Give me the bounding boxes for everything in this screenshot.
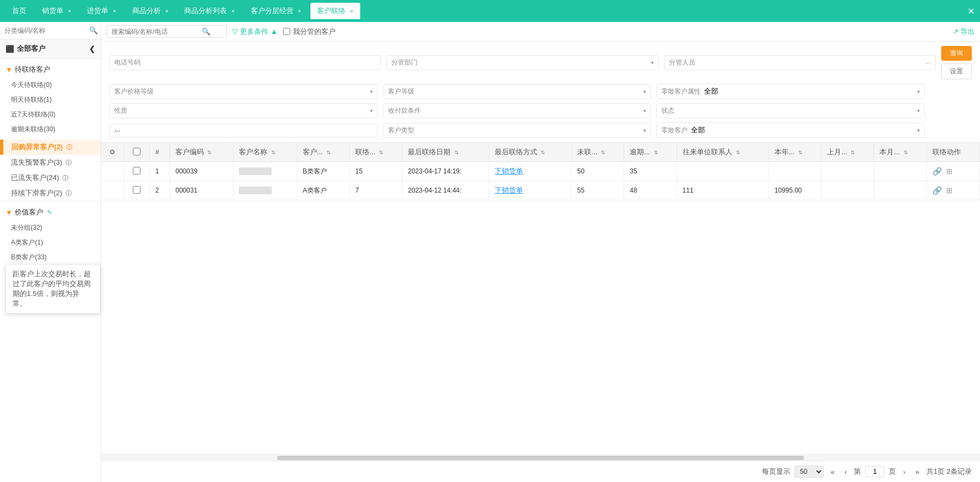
nav-customer-contact-close[interactable]: × (350, 8, 353, 14)
col-unread-sort[interactable]: ⇅ (601, 149, 605, 155)
nav-product-analysis[interactable]: 商品分析 × (126, 3, 175, 19)
col-type[interactable]: 客户... ⇅ (297, 143, 349, 162)
main-search-input[interactable] (112, 28, 199, 36)
export-button[interactable]: ↗ 导出 (953, 27, 975, 37)
col-this-month[interactable]: 本月... ⇅ (874, 143, 926, 162)
col-overdue-sort[interactable]: ⇅ (654, 149, 658, 155)
window-close-button[interactable]: ✕ (967, 6, 975, 16)
col-gear[interactable]: ⚙ (101, 143, 124, 162)
filter-person-dots[interactable]: ··· (925, 59, 931, 67)
first-page-btn[interactable]: « (828, 467, 837, 477)
filter-phone-input[interactable] (144, 59, 376, 67)
nav-home[interactable]: 首页 (5, 3, 33, 19)
filter-person-input[interactable] (699, 59, 925, 67)
sidebar-tomorrow-contact[interactable]: 明天待联络(1) (0, 92, 101, 107)
filter-status-input[interactable] (678, 107, 917, 115)
nav-customer-tier[interactable]: 客户分层经营 × (244, 3, 308, 19)
col-last-date-sort[interactable]: ⇅ (454, 149, 459, 155)
filter-customer-type-arrow[interactable]: ▾ (643, 127, 646, 133)
my-customers-checkbox[interactable] (283, 28, 290, 35)
sidebar-class-a[interactable]: A类客户(1) (0, 235, 101, 250)
filter-dept-input[interactable] (421, 59, 650, 67)
row2-select[interactable] (133, 186, 140, 194)
scrollbar-thumb[interactable] (277, 456, 805, 460)
next-page-btn[interactable]: › (900, 467, 908, 477)
nav-product-analysis-close[interactable]: × (165, 8, 168, 14)
nav-sales-close[interactable]: × (68, 8, 71, 14)
col-company-contact[interactable]: 往来单位联系人 ⇅ (677, 143, 768, 162)
col-overdue[interactable]: 逾期... ⇅ (624, 143, 677, 162)
nav-sales[interactable]: 销货单 × (36, 3, 78, 19)
sidebar-today-contact[interactable]: 今天待联络(0) (0, 78, 101, 92)
nav-product-list-close[interactable]: × (231, 8, 234, 14)
sidebar-churned[interactable]: 已流失客户(24) ⓘ (0, 170, 101, 185)
filter-price-level-input[interactable] (157, 88, 370, 95)
col-last-date[interactable]: 最后联络日期 ⇅ (402, 143, 489, 162)
filter-customer-level-input[interactable] (418, 88, 644, 95)
filter-payment-arrow[interactable]: ▾ (643, 108, 646, 114)
filter-payment-input[interactable] (424, 107, 644, 115)
col-company-contact-sort[interactable]: ⇅ (736, 149, 740, 155)
col-name[interactable]: 客户名称 ⇅ (233, 143, 297, 162)
col-last-month[interactable]: 上月... ⇅ (821, 143, 874, 162)
last-page-btn[interactable]: » (913, 467, 922, 477)
filter-status-arrow[interactable]: ▾ (917, 108, 920, 114)
col-code-sort[interactable]: ⇅ (207, 149, 212, 155)
sidebar-overdue-contact[interactable]: 逾期未联络(30) (0, 122, 101, 137)
value-customer-header[interactable]: ▼ 价值客户 ✎ (0, 204, 101, 220)
sidebar-declining[interactable]: 持续下滑客户(2) ⓘ (0, 185, 101, 201)
page-number-input[interactable] (865, 466, 884, 477)
more-conditions-btn[interactable]: ▽ 更多条件 ▲ (232, 27, 278, 37)
row1-last-method[interactable]: 下销货单 (489, 162, 572, 181)
filter-retail-attr-arrow[interactable]: ▾ (917, 89, 920, 95)
col-this-year-sort[interactable]: ⇅ (798, 149, 802, 155)
sidebar-unclassified[interactable]: 未分组(32) (0, 220, 101, 235)
filter-customer-level-arrow[interactable]: ▾ (643, 89, 646, 95)
main-search-icon[interactable]: 🔍 (202, 27, 210, 36)
nav-customer-contact[interactable]: 客户联络 × (310, 3, 360, 19)
filter-price-level-arrow[interactable]: ▾ (370, 89, 373, 95)
nav-customer-tier-close[interactable]: × (298, 8, 301, 14)
horizontal-scrollbar[interactable] (101, 454, 980, 461)
sidebar-churn-warning[interactable]: 流失预警客户(3) ⓘ (0, 155, 101, 170)
col-last-method-sort[interactable]: ⇅ (541, 149, 545, 155)
filter-dept-arrow[interactable]: ▾ (651, 60, 654, 66)
pending-contact-header[interactable]: ▼ 待联络客户 (0, 61, 101, 78)
col-contact[interactable]: 联络... ⇅ (350, 143, 402, 162)
nav-purchase[interactable]: 进货单 × (80, 3, 122, 19)
sidebar-repurchase-abnormal[interactable]: 回购异常客户(2) ⓘ (2, 140, 101, 155)
col-this-month-sort[interactable]: ⇅ (903, 149, 908, 155)
col-name-sort[interactable]: ⇅ (271, 149, 275, 155)
filter-customer-type-input[interactable] (418, 126, 644, 134)
row1-select[interactable] (133, 167, 140, 175)
filter-nature-input[interactable] (131, 107, 370, 115)
sidebar-class-b[interactable]: B类客户(33) (0, 250, 101, 265)
query-button[interactable]: 查询 (941, 46, 972, 61)
row2-grid-icon[interactable]: ⊞ (946, 186, 953, 195)
settings-button[interactable]: 设置 (941, 63, 972, 79)
col-contact-sort[interactable]: ⇅ (379, 149, 383, 155)
per-page-select[interactable]: 50 100 200 (795, 466, 824, 478)
col-this-year[interactable]: 本年... ⇅ (768, 143, 821, 162)
nav-purchase-close[interactable]: × (113, 8, 116, 14)
sidebar-search-input[interactable] (4, 27, 86, 34)
col-unread[interactable]: 未联... ⇅ (572, 143, 624, 162)
prev-page-btn[interactable]: ‹ (842, 467, 849, 477)
sidebar-7day-contact[interactable]: 近7天待联络(0) (0, 107, 101, 122)
select-all-checkbox[interactable] (133, 148, 140, 155)
value-edit-icon[interactable]: ✎ (47, 209, 52, 216)
row2-last-method[interactable]: 下销货单 (489, 181, 572, 200)
col-last-method[interactable]: 最后联络方式 ⇅ (489, 143, 572, 162)
sidebar-search-icon[interactable]: 🔍 (89, 26, 98, 34)
sidebar-collapse-icon[interactable]: ❮ (89, 45, 95, 53)
col-last-month-sort[interactable]: ⇅ (850, 149, 855, 155)
filter-dots-value[interactable]: ··· (114, 126, 120, 135)
col-type-sort[interactable]: ⇅ (326, 149, 331, 155)
row2-link-icon[interactable]: 🔗 (932, 186, 942, 195)
row1-grid-icon[interactable]: ⊞ (946, 167, 953, 176)
col-code[interactable]: 客户编码 ⇅ (170, 143, 233, 162)
filter-retail-customer-arrow[interactable]: ▾ (917, 127, 920, 133)
row1-link-icon[interactable]: 🔗 (932, 167, 942, 176)
filter-nature-arrow[interactable]: ▾ (370, 108, 373, 114)
nav-product-list[interactable]: 商品分析列表 × (178, 3, 241, 19)
